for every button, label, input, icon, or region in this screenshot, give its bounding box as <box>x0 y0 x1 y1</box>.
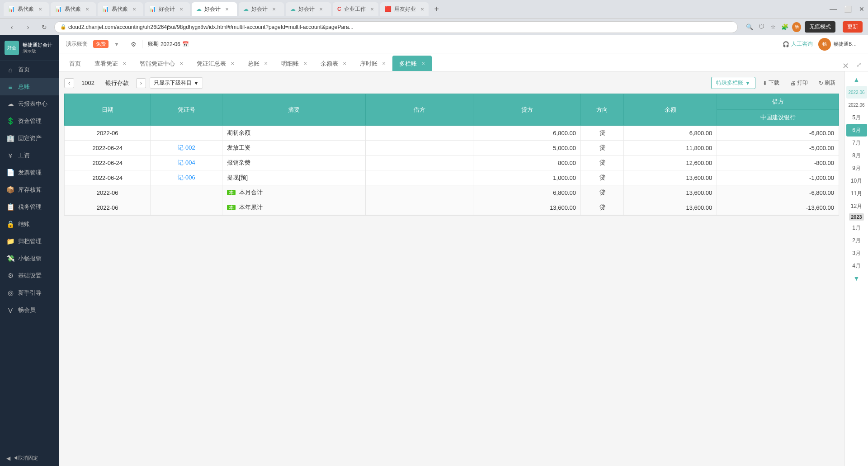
user-info-top[interactable]: 畅 畅捷通B组... <box>818 38 861 51</box>
page-tab-general[interactable]: 总账 ✕ <box>241 56 274 71</box>
panel-close-icon[interactable]: ✕ <box>840 61 852 71</box>
minimize-icon[interactable]: — <box>830 5 837 13</box>
search-icon[interactable]: 🔍 <box>745 23 754 32</box>
panel-expand-icon[interactable]: ⤢ <box>854 61 864 71</box>
date-nav-feb[interactable]: 2月 <box>846 234 867 247</box>
balance-tab-close[interactable]: ✕ <box>343 61 346 66</box>
close-window-icon[interactable]: ✕ <box>859 5 864 13</box>
tab-6[interactable]: ☁ 好会计 ✕ <box>239 2 284 16</box>
date-nav-apr[interactable]: 4月 <box>846 259 867 272</box>
date-nav-aug[interactable]: 8月 <box>846 149 867 162</box>
period-selector[interactable]: 账期 2022-06 📅 <box>148 40 189 48</box>
tab-8-close[interactable]: ✕ <box>370 7 374 12</box>
summary-tab-close[interactable]: ✕ <box>231 61 234 66</box>
date-nav-down[interactable]: ▼ <box>850 272 863 285</box>
update-button[interactable]: 更新 <box>843 21 863 33</box>
date-nav-sep[interactable]: 9月 <box>846 162 867 174</box>
sidebar-item-reports[interactable]: ☁ 云报表中心 <box>0 95 59 113</box>
sidebar-item-funds[interactable]: 💲 资金管理 <box>0 113 59 130</box>
tab-4-close[interactable]: ✕ <box>179 7 183 12</box>
page-tab-balance[interactable]: 余额表 ✕ <box>314 56 353 71</box>
tab-6-close[interactable]: ✕ <box>272 7 276 12</box>
sidebar-item-expense[interactable]: 💸 小畅报销 <box>0 250 59 267</box>
multi-col-button[interactable]: 特殊多栏账 ▼ <box>711 77 755 89</box>
tab-1-close[interactable]: ✕ <box>38 7 42 12</box>
sidebar-item-home[interactable]: ⌂ 首页 <box>0 61 59 78</box>
sidebar-item-archive[interactable]: 📁 归档管理 <box>0 233 59 250</box>
profile-icon[interactable]: 畅 <box>792 23 801 32</box>
tab-3-close[interactable]: ✕ <box>132 7 136 12</box>
row-3-voucher[interactable]: 记-006 <box>151 170 222 185</box>
address-bar[interactable]: 🔒 cloud2.chanjet.com/accounting/uh26t264… <box>54 21 738 33</box>
date-nav-july[interactable]: 7月 <box>846 137 867 149</box>
sidebar-item-inventory[interactable]: 📦 库存核算 <box>0 181 59 198</box>
tab-9-close[interactable]: ✕ <box>420 7 424 12</box>
forward-button[interactable]: › <box>22 21 34 33</box>
back-button[interactable]: ‹ <box>5 21 18 33</box>
date-nav-2022-06-2[interactable]: 2022.06 <box>846 99 867 111</box>
page-tab-smart[interactable]: 智能凭证中心 ✕ <box>133 56 190 71</box>
sidebar-item-invoice[interactable]: 📄 发票管理 <box>0 164 59 181</box>
date-nav-2022-06-top[interactable]: 2022.06 <box>846 86 867 99</box>
settings-gear-button[interactable]: ⚙ <box>131 41 137 48</box>
pin-sidebar-button[interactable]: ◀ ◀取消固定 <box>0 450 59 466</box>
wuma-mode-button[interactable]: 无痕模式 <box>805 21 835 33</box>
date-nav-june[interactable]: 6月 <box>846 124 867 137</box>
tab-7[interactable]: ☁ 好会计 ✕ <box>286 2 331 16</box>
filter-select[interactable]: 只显示下级科目 ▼ <box>150 77 203 89</box>
row-2-voucher[interactable]: 记-004 <box>151 155 222 170</box>
date-nav-dec[interactable]: 12月 <box>846 200 867 212</box>
tab-1[interactable]: 📊 易代账 ✕ <box>4 2 49 16</box>
multicolumn-tab-close[interactable]: ✕ <box>421 61 425 66</box>
date-nav-jan[interactable]: 1月 <box>846 221 867 234</box>
extension-icon[interactable]: 🧩 <box>780 23 789 32</box>
tab-3[interactable]: 📊 易代账 ✕ <box>98 2 143 16</box>
page-tab-journal[interactable]: 序时账 ✕ <box>353 56 392 71</box>
horizontal-scrollbar[interactable] <box>64 215 839 221</box>
dropdown-arrow-icon[interactable]: ▼ <box>114 41 119 47</box>
page-tab-multicolumn[interactable]: 多栏账 ✕ <box>392 56 432 71</box>
sidebar-item-member[interactable]: V 畅会员 <box>0 301 59 319</box>
prev-account-button[interactable]: ‹ <box>64 78 74 88</box>
tab-2[interactable]: 📊 易代账 ✕ <box>51 2 96 16</box>
refresh-button[interactable]: ↻ 刷新 <box>815 77 839 89</box>
new-tab-button[interactable]: + <box>430 3 443 15</box>
smart-tab-close[interactable]: ✕ <box>179 61 183 66</box>
date-nav-up[interactable]: ▲ <box>850 73 863 86</box>
star-icon[interactable]: ☆ <box>769 23 778 32</box>
sidebar-item-ledger[interactable]: ≡ 总账 <box>0 78 59 95</box>
date-nav-nov[interactable]: 11月 <box>846 187 867 200</box>
tab-2-close[interactable]: ✕ <box>85 7 89 12</box>
sidebar-item-guide[interactable]: ◎ 新手引导 <box>0 284 59 301</box>
refresh-button[interactable]: ↻ <box>38 21 51 33</box>
print-button[interactable]: 🖨 打印 <box>787 77 811 89</box>
sidebar-item-close[interactable]: 🔒 结账 <box>0 216 59 233</box>
sidebar-item-tax[interactable]: 📋 税务管理 <box>0 198 59 216</box>
sidebar-item-assets[interactable]: 🏢 固定资产 <box>0 130 59 147</box>
ai-consult-button[interactable]: 🎧 人工咨询 <box>783 40 813 48</box>
sidebar-item-settings[interactable]: ⚙ 基础设置 <box>0 267 59 284</box>
journal-tab-close[interactable]: ✕ <box>382 61 386 66</box>
detail-tab-close[interactable]: ✕ <box>303 61 307 66</box>
tab-7-close[interactable]: ✕ <box>319 7 323 12</box>
general-tab-close[interactable]: ✕ <box>264 61 268 66</box>
tab-5[interactable]: ☁ 好会计 ✕ <box>192 2 237 16</box>
restore-icon[interactable]: ⬜ <box>844 5 852 13</box>
tab-5-close[interactable]: ✕ <box>225 7 229 12</box>
tab-4[interactable]: 📊 好会计 ✕ <box>145 2 190 16</box>
page-tab-voucher[interactable]: 查看凭证 ✕ <box>88 56 133 71</box>
tab-8[interactable]: C 企业工作 ✕ <box>333 2 378 16</box>
next-account-button[interactable]: › <box>136 78 146 88</box>
tab-9[interactable]: 🟥 用友好业 ✕ <box>380 2 429 16</box>
free-badge[interactable]: 免费 <box>93 40 108 48</box>
page-tab-summary[interactable]: 凭证汇总表 ✕ <box>190 56 241 71</box>
voucher-tab-close[interactable]: ✕ <box>123 61 126 66</box>
page-tab-home[interactable]: 首页 <box>62 56 88 71</box>
date-nav-may[interactable]: 5月 <box>846 111 867 124</box>
sidebar-item-salary[interactable]: ¥ 工资 <box>0 147 59 164</box>
page-tab-detail[interactable]: 明细账 ✕ <box>274 56 314 71</box>
date-nav-mar[interactable]: 3月 <box>846 247 867 259</box>
row-1-voucher[interactable]: 记-002 <box>151 141 222 155</box>
vpn-icon[interactable]: 🛡 <box>757 23 766 32</box>
date-nav-oct[interactable]: 10月 <box>846 174 867 187</box>
